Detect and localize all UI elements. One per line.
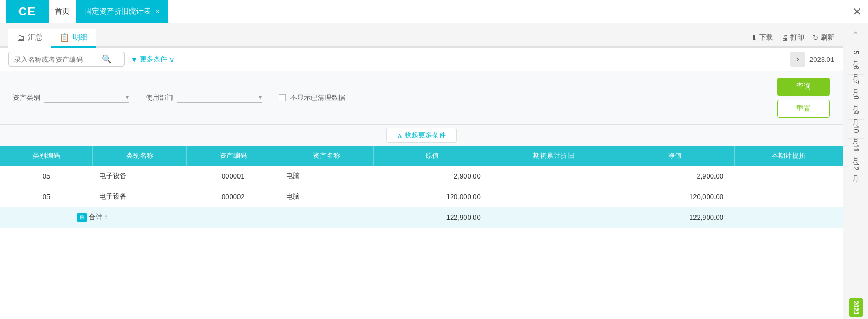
scroll-up-icon[interactable]: ⌃ — [846, 27, 865, 43]
download-button[interactable]: ⬇ 下载 — [751, 33, 773, 42]
department-label: 使用部门 — [146, 93, 173, 102]
right-sidebar: ⌃ 5月6月7月8月9月10月11月12月 2023 — [843, 23, 868, 319]
cell-category-name: 电子设备 — [93, 166, 186, 186]
table-header-row: 类别编码 类别名称 资产编码 资产名称 原值 期初累计折旧 净值 本期计提折 — [0, 146, 843, 166]
tab-summary[interactable]: 🗂 汇总 — [8, 29, 51, 48]
no-cleared-group: 不显示已清理数据 — [279, 93, 345, 102]
sidebar-month-item[interactable]: 6月 — [848, 60, 864, 75]
search-input[interactable] — [14, 55, 99, 63]
sidebar-month-item[interactable]: 8月 — [848, 90, 864, 105]
department-select-wrap — [177, 92, 262, 103]
reset-button[interactable]: 重置 — [777, 100, 830, 118]
summary-row: ⊞合计： 122,900.00 122,900.00 — [0, 207, 843, 228]
collapse-conditions-button[interactable]: ∧ 收起更多条件 — [386, 128, 457, 143]
sidebar-month-item[interactable]: 12月 — [848, 157, 864, 176]
sidebar-month-item[interactable]: 7月 — [848, 75, 864, 90]
tab-title: 固定资产折旧统计表 — [84, 7, 151, 16]
col-current-period: 本期计提折 — [734, 146, 843, 166]
col-net-value: 净值 — [616, 146, 734, 166]
detail-tab-label: 明细 — [73, 33, 88, 42]
search-bar: 🔍 ▼ 更多条件 ∨ › 2023.01 — [0, 48, 843, 71]
cell-asset-name: 电脑 — [280, 186, 373, 207]
cell-asset-name: 电脑 — [280, 166, 373, 186]
print-button[interactable]: 🖨 打印 — [781, 33, 804, 42]
refresh-label: 刷新 — [821, 33, 834, 42]
summary-label: ⊞合计： — [0, 207, 186, 228]
sidebar-month-item[interactable]: 5月 — [848, 45, 864, 60]
filter-icon: ▼ — [131, 55, 138, 63]
cell-asset-code: 000001 — [186, 166, 280, 186]
summary-original-value: 122,900.00 — [373, 207, 491, 228]
cell-current-period — [734, 166, 843, 186]
col-accumulated-depreciation: 期初累计折旧 — [491, 146, 616, 166]
collapse-label: 收起更多条件 — [405, 130, 446, 140]
cell-category-code: 05 — [0, 186, 93, 207]
data-table-wrap: 类别编码 类别名称 资产编码 资产名称 原值 期初累计折旧 净值 本期计提折 0… — [0, 146, 843, 319]
query-button[interactable]: 查询 — [777, 78, 830, 96]
summary-tab-icon: 🗂 — [17, 33, 25, 42]
refresh-icon: ↻ — [813, 34, 818, 42]
cell-original-value: 120,000.00 — [373, 186, 491, 207]
search-bar-right: › 2023.01 — [790, 52, 834, 67]
more-conditions-label: 更多条件 — [140, 54, 167, 64]
asset-category-field: 资产类别 — [13, 92, 129, 103]
year-badge: 2023 — [849, 298, 863, 317]
cell-category-code: 05 — [0, 166, 93, 186]
col-asset-code: 资产编码 — [186, 146, 280, 166]
collapse-right-icon[interactable]: › — [790, 52, 805, 67]
search-icon[interactable]: 🔍 — [102, 54, 112, 64]
asset-category-select[interactable] — [44, 92, 129, 103]
cell-asset-code: 000002 — [186, 186, 280, 207]
tab-close-icon[interactable]: × — [155, 7, 160, 16]
filter-row: 资产类别 使用部门 — [13, 78, 830, 118]
cell-net-value: 2,900.00 — [616, 166, 734, 186]
department-select[interactable] — [177, 92, 262, 103]
summary-accumulated-depreciation — [491, 207, 616, 228]
date-display: 2023.01 — [809, 55, 834, 63]
col-original-value: 原值 — [373, 146, 491, 166]
no-cleared-label: 不显示已清理数据 — [290, 93, 345, 102]
no-cleared-checkbox[interactable] — [279, 94, 286, 101]
cell-accumulated-depreciation — [491, 186, 616, 207]
toolbar-actions: ⬇ 下载 🖨 打印 ↻ 刷新 — [751, 33, 834, 46]
more-conditions-toggle[interactable]: ▼ 更多条件 ∨ — [131, 54, 175, 64]
tab-detail[interactable]: 📋 明细 — [51, 29, 96, 48]
sidebar-month-item[interactable]: 9月 — [848, 105, 864, 120]
summary-net-value: 122,900.00 — [616, 207, 734, 228]
window-close-icon[interactable]: ✕ — [853, 5, 862, 18]
asset-category-select-wrap — [44, 92, 129, 103]
cell-category-name: 电子设备 — [93, 186, 186, 207]
summary-current-period — [734, 207, 843, 228]
print-label: 打印 — [790, 33, 804, 42]
filter-area: 资产类别 使用部门 — [0, 71, 843, 125]
col-category-code: 类别编码 — [0, 146, 93, 166]
active-tab[interactable]: 固定资产折旧统计表 × — [76, 0, 168, 23]
chevron-down-icon: ∨ — [169, 55, 175, 63]
search-input-wrap: 🔍 — [8, 52, 125, 67]
print-icon: 🖨 — [781, 34, 788, 42]
home-nav[interactable]: 首页 — [49, 7, 76, 16]
summary-icon: ⊞ — [77, 213, 87, 222]
col-category-name: 类别名称 — [93, 146, 186, 166]
ce-logo: CE — [6, 0, 49, 23]
chevron-up-icon: ∧ — [397, 132, 403, 139]
sidebar-month-item[interactable]: 10月 — [848, 120, 864, 138]
summary-empty-2 — [280, 207, 373, 228]
cell-accumulated-depreciation — [491, 166, 616, 186]
filter-actions: 查询 重置 — [777, 78, 830, 118]
refresh-button[interactable]: ↻ 刷新 — [813, 33, 834, 42]
asset-category-label: 资产类别 — [13, 93, 40, 102]
cell-net-value: 120,000.00 — [616, 186, 734, 207]
table-row: 05 电子设备 000002 电脑 120,000.00 120,000.00 — [0, 186, 843, 207]
data-table: 类别编码 类别名称 资产编码 资产名称 原值 期初累计折旧 净值 本期计提折 0… — [0, 146, 843, 228]
download-label: 下载 — [759, 33, 773, 42]
download-icon: ⬇ — [751, 34, 757, 42]
summary-tab-label: 汇总 — [28, 33, 43, 42]
summary-empty-1 — [186, 207, 280, 228]
col-asset-name: 资产名称 — [280, 146, 373, 166]
collapse-bar: ∧ 收起更多条件 — [0, 125, 843, 146]
month-nav: 5月6月7月8月9月10月11月12月 — [848, 45, 864, 176]
tab-bar: 🗂 汇总 📋 明细 ⬇ 下载 🖨 打印 ↻ 刷新 — [0, 23, 843, 48]
sidebar-month-item[interactable]: 11月 — [848, 139, 864, 157]
detail-tab-icon: 📋 — [60, 33, 70, 42]
